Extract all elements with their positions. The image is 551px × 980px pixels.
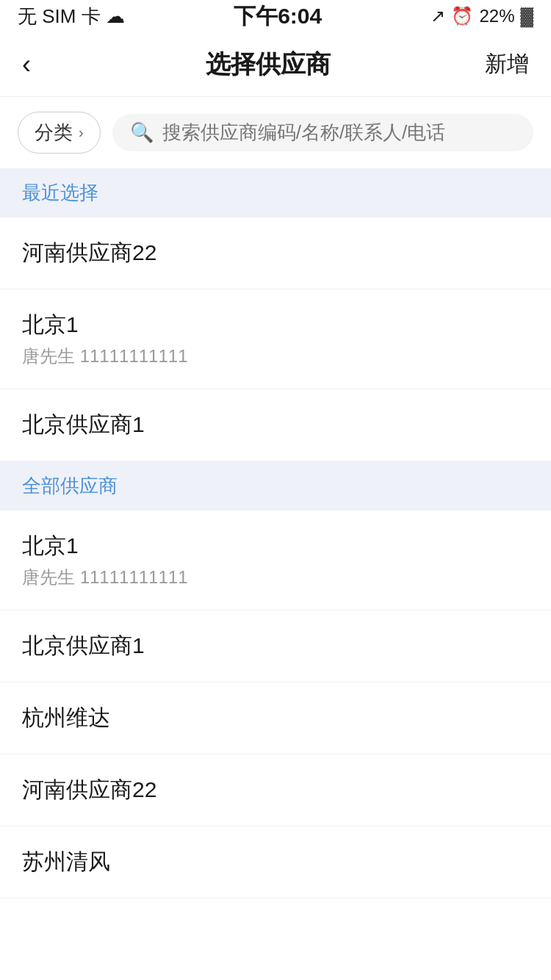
all-items-list: 北京1唐先生 11111111111北京供应商1杭州维达河南供应商22苏州清风 bbox=[0, 511, 551, 898]
battery-level: 22% bbox=[479, 6, 514, 26]
chevron-right-icon: › bbox=[79, 124, 84, 141]
all-list-item[interactable]: 北京供应商1 bbox=[0, 610, 551, 682]
page-title: 选择供应商 bbox=[206, 48, 331, 82]
status-right: ↗ ⏰ 22% ▓ bbox=[431, 6, 533, 26]
recent-section-label: 最近选择 bbox=[22, 181, 98, 203]
add-button[interactable]: 新增 bbox=[470, 49, 529, 79]
item-name: 杭州维达 bbox=[22, 703, 529, 733]
sim-status: 无 SIM 卡 ☁ bbox=[18, 4, 125, 29]
search-icon: 🔍 bbox=[130, 121, 154, 144]
all-list-item[interactable]: 北京1唐先生 11111111111 bbox=[0, 511, 551, 610]
filter-bar: 分类 › 🔍 bbox=[0, 97, 551, 168]
item-sub: 唐先生 11111111111 bbox=[22, 566, 529, 589]
battery-icon: ▓ bbox=[521, 6, 534, 26]
search-box[interactable]: 🔍 bbox=[112, 114, 533, 151]
nav-bar: ‹ 选择供应商 新增 bbox=[0, 32, 551, 97]
recent-items-list: 河南供应商22北京1唐先生 11111111111北京供应商1 bbox=[0, 217, 551, 461]
status-time: 下午6:04 bbox=[234, 1, 322, 32]
all-section-header: 全部供应商 bbox=[0, 461, 551, 511]
recent-list-item[interactable]: 河南供应商22 bbox=[0, 217, 551, 289]
item-name: 北京供应商1 bbox=[22, 631, 529, 661]
all-section-label: 全部供应商 bbox=[22, 475, 118, 497]
search-input[interactable] bbox=[162, 121, 516, 144]
alarm-icon: ⏰ bbox=[451, 6, 473, 26]
all-list-item[interactable]: 苏州清风 bbox=[0, 826, 551, 898]
item-sub: 唐先生 11111111111 bbox=[22, 345, 529, 368]
item-name: 河南供应商22 bbox=[22, 775, 529, 805]
item-name: 北京1 bbox=[22, 310, 529, 340]
recent-list-item[interactable]: 北京供应商1 bbox=[0, 389, 551, 461]
status-bar: 无 SIM 卡 ☁ 下午6:04 ↗ ⏰ 22% ▓ bbox=[0, 0, 551, 32]
item-name: 苏州清风 bbox=[22, 847, 529, 877]
status-left: 无 SIM 卡 ☁ bbox=[18, 4, 125, 29]
recent-section-header: 最近选择 bbox=[0, 168, 551, 217]
recent-list-item[interactable]: 北京1唐先生 11111111111 bbox=[0, 289, 551, 389]
item-name: 北京1 bbox=[22, 531, 529, 561]
back-button[interactable]: ‹ bbox=[22, 49, 66, 80]
item-name: 北京供应商1 bbox=[22, 410, 529, 440]
category-label: 分类 bbox=[35, 120, 73, 145]
location-icon: ↗ bbox=[431, 6, 445, 26]
all-list-item[interactable]: 河南供应商22 bbox=[0, 754, 551, 826]
item-name: 河南供应商22 bbox=[22, 238, 529, 268]
all-list-item[interactable]: 杭州维达 bbox=[0, 682, 551, 754]
category-button[interactable]: 分类 › bbox=[18, 112, 101, 154]
